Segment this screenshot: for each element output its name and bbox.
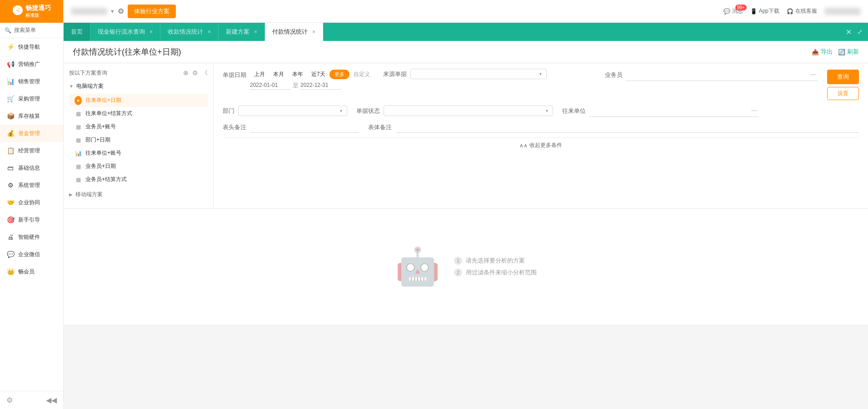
member-icon: 👑 bbox=[6, 268, 15, 276]
last-month-btn[interactable]: 上月 bbox=[250, 69, 269, 80]
sidebar-item-system[interactable]: ⚙ 系统管理 bbox=[0, 177, 63, 194]
sidebar-item-sales[interactable]: 📊 销售管理 bbox=[0, 73, 63, 90]
sidebar-item-purchase[interactable]: 🛒 采购管理 bbox=[0, 90, 63, 107]
tab-home-label: 首页 bbox=[71, 28, 83, 36]
sidebar-item-finance[interactable]: 💰 资金管理 bbox=[0, 125, 63, 142]
topbar-gear-icon[interactable]: ⚙ bbox=[118, 7, 124, 15]
date-to-input[interactable] bbox=[300, 81, 341, 90]
tab-receipt-stats-close[interactable]: × bbox=[208, 29, 211, 35]
tabbar-close-all-icon[interactable]: ✕ bbox=[846, 28, 852, 36]
salesperson-more-btn[interactable]: ··· bbox=[808, 71, 818, 79]
tab-payment-stats-close[interactable]: × bbox=[312, 29, 315, 35]
arrow-down-icon: ▼ bbox=[69, 84, 74, 89]
bill-status-label: 单据状态 bbox=[356, 107, 380, 115]
wechat-icon: 💬 bbox=[6, 250, 15, 258]
more-date-btn[interactable]: 更多 bbox=[329, 70, 349, 79]
tab-receipt-stats[interactable]: 收款情况统计 × bbox=[160, 23, 219, 41]
tab-receipt-stats-label: 收款情况统计 bbox=[168, 28, 203, 36]
sidebar-item-wechat[interactable]: 💬 企业微信 bbox=[0, 246, 63, 263]
bill-status-arrow: ▾ bbox=[546, 108, 548, 113]
refresh-btn[interactable]: 🔄 刷新 bbox=[838, 48, 859, 56]
filter-row-1: 单据日期 上月 本月 本年 近7天 更多 自定义 bbox=[223, 69, 859, 100]
tip-text-1: 请先选择要分析的方案 bbox=[466, 257, 525, 265]
dept-select[interactable]: ▾ bbox=[238, 106, 347, 116]
inventory-icon: 📦 bbox=[6, 112, 15, 120]
salesperson-input[interactable] bbox=[626, 71, 808, 78]
sidebar-item-label: 企业微信 bbox=[18, 251, 40, 258]
scheme-item-counterpart-settlement[interactable]: ▦ 往来单位+结算方式 bbox=[69, 107, 208, 120]
online-service-label: 在线客服 bbox=[795, 7, 817, 15]
this-month-btn[interactable]: 本月 bbox=[269, 69, 288, 80]
sidebar-item-inventory[interactable]: 📦 库存核算 bbox=[0, 107, 63, 125]
scheme-item-salesperson-date[interactable]: ▦ 业务员+日期 bbox=[69, 160, 208, 173]
last-7-btn[interactable]: 近7天 bbox=[307, 69, 329, 80]
app-download-btn[interactable]: 📱 App下载 bbox=[750, 7, 779, 15]
hardware-icon: 🖨 bbox=[6, 233, 15, 241]
sidebar-item-member[interactable]: 👑 畅会员 bbox=[0, 263, 63, 280]
cooperation-icon: 🤝 bbox=[6, 198, 15, 207]
body-note-field: 表体备注 bbox=[368, 121, 859, 133]
app-sub: 标准版 bbox=[25, 12, 51, 19]
user-dropdown-icon[interactable]: ▾ bbox=[111, 8, 114, 15]
sidebar-item-marketing[interactable]: 📢 营销推广 bbox=[0, 56, 63, 73]
this-year-btn[interactable]: 本年 bbox=[288, 69, 307, 80]
scheme-group-desktop-title[interactable]: ▼ 电脑端方案 bbox=[69, 81, 208, 92]
scheme-item-salesperson-settlement[interactable]: ▦ 业务员+结算方式 bbox=[69, 173, 208, 186]
tip-text-2: 用过滤条件来缩小分析范围 bbox=[466, 268, 537, 277]
filter-row-3: 表头备注 表体备注 bbox=[223, 121, 859, 133]
counterpart-input[interactable] bbox=[589, 107, 749, 114]
user-avatar[interactable] bbox=[824, 8, 861, 15]
tabbar-expand-icon[interactable]: ⤢ bbox=[857, 28, 863, 35]
sales-icon: 📊 bbox=[6, 77, 15, 86]
query-btn[interactable]: 查询 bbox=[827, 70, 859, 84]
scheme-item-salesperson-account[interactable]: ▦ 业务员+账号 bbox=[69, 120, 208, 133]
sidebar-item-guide[interactable]: 🎯 新手引导 bbox=[0, 211, 63, 228]
scheme-item-counterpart-account[interactable]: 📊 往来单位+账号 bbox=[69, 146, 208, 160]
action-buttons: 查询 设置 bbox=[827, 70, 859, 100]
table-icon-4: ▦ bbox=[75, 163, 82, 170]
scheme-settings-icon[interactable]: ⚙ bbox=[192, 69, 198, 76]
app-name: 畅捷通巧 bbox=[25, 4, 51, 12]
body-note-input[interactable] bbox=[395, 121, 859, 133]
active-circle-icon: ● bbox=[75, 97, 82, 104]
trial-btn[interactable]: 体验行业方案 bbox=[128, 5, 176, 18]
empty-tip-2: 2 用过滤条件来缩小分析范围 bbox=[454, 268, 537, 277]
main-content: ▾ ⚙ 体验行业方案 💬 消息 99+ 📱 App下载 🎧 在线客服 首页 bbox=[64, 0, 868, 409]
header-note-input[interactable] bbox=[250, 121, 359, 133]
custom-btn[interactable]: 自定义 bbox=[349, 69, 374, 80]
collapse-more-btn[interactable]: ∧∧ 收起更多条件 bbox=[223, 137, 859, 153]
date-from-input[interactable] bbox=[250, 81, 291, 90]
sidebar-item-quick-nav[interactable]: ⚡ 快捷导航 bbox=[0, 38, 63, 56]
bill-status-select[interactable]: ▾ bbox=[384, 106, 553, 116]
sidebar-item-hardware[interactable]: 🖨 智能硬件 bbox=[0, 228, 63, 246]
scheme-item-dept-date[interactable]: ▦ 部门+日期 bbox=[69, 133, 208, 146]
search-menu[interactable]: 🔍 搜索菜单 bbox=[0, 23, 63, 38]
sidebar-item-operation[interactable]: 📋 经营管理 bbox=[0, 142, 63, 159]
setting-btn[interactable]: 设置 bbox=[827, 87, 859, 100]
scheme-collapse-icon[interactable]: 《 bbox=[202, 69, 208, 77]
tab-cash-flow-close[interactable]: × bbox=[150, 29, 153, 35]
empty-tip-1: 1 请先选择要分析的方案 bbox=[454, 257, 537, 265]
sidebar-item-basics[interactable]: 🗃 基础信息 bbox=[0, 159, 63, 177]
scheme-group-desktop: ▼ 电脑端方案 ● 往来单位+日期 ▦ 往来单位+结算方式 ▦ bbox=[69, 81, 208, 186]
scheme-group-mobile-title[interactable]: ▶ 移动端方案 bbox=[69, 189, 208, 200]
counterpart-field: 往来单位 ··· bbox=[562, 105, 759, 117]
sidebar-item-label: 营销推广 bbox=[18, 61, 40, 68]
sidebar-item-cooperation[interactable]: 🤝 企业协同 bbox=[0, 194, 63, 211]
source-bill-select[interactable]: ▾ bbox=[410, 69, 547, 79]
app-download-label: App下载 bbox=[759, 7, 779, 15]
tab-new-scheme-close[interactable]: × bbox=[254, 29, 257, 35]
tab-payment-stats[interactable]: 付款情况统计 × bbox=[265, 23, 323, 41]
scheme-add-icon[interactable]: ⊕ bbox=[183, 69, 189, 76]
search-icon: 🔍 bbox=[5, 27, 11, 34]
counterpart-more-btn[interactable]: ··· bbox=[749, 106, 759, 115]
message-btn[interactable]: 💬 消息 99+ bbox=[723, 7, 743, 15]
tab-cash-flow[interactable]: 现金银行流水查询 × bbox=[90, 23, 160, 41]
sidebar-collapse-icon[interactable]: ◀◀ bbox=[46, 396, 57, 404]
online-service-btn[interactable]: 🎧 在线客服 bbox=[787, 7, 817, 15]
scheme-item-counterpart-date[interactable]: ● 往来单位+日期 bbox=[69, 94, 208, 107]
tab-new-scheme[interactable]: 新建方案 × bbox=[219, 23, 265, 41]
export-btn[interactable]: 📤 导出 bbox=[812, 48, 833, 56]
settings-gear-icon[interactable]: ⚙ bbox=[6, 396, 13, 404]
tab-home[interactable]: 首页 bbox=[64, 23, 90, 41]
